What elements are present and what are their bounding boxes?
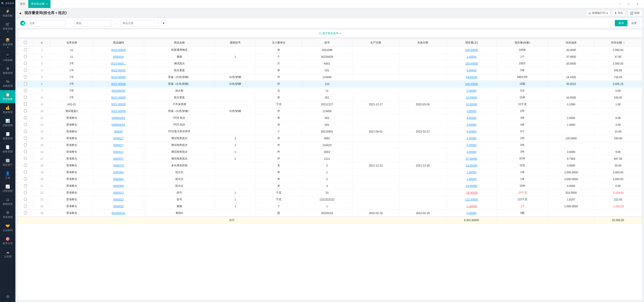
row-exp-date — [399, 81, 446, 87]
expand-button[interactable]: ☑ 展开更多条件 ▾ — [18, 31, 642, 36]
sidebar-item-retail[interactable]: 🛒 零售管理 ▾ — [0, 20, 16, 36]
sidebar-label: 小程电商 — [3, 58, 13, 62]
row-warehouse: 晋省粮仓 — [50, 210, 93, 217]
sidebar-search[interactable]: 🔍 搜索菜单 — [0, 0, 16, 7]
settings-button[interactable]: 设置 — [629, 20, 639, 26]
warehouse-input[interactable] — [27, 20, 65, 26]
table-row: 21 晋省粮仓 0000084 批次次 米 3 10.00000 10米 0.0… — [18, 183, 642, 189]
sidebar-item-micro-ecom[interactable]: 📱 小程电商 — [0, 51, 16, 64]
select-all-checkbox[interactable] — [24, 41, 27, 44]
sidebar-label: 总账管理 — [3, 124, 13, 127]
row-checkbox[interactable] — [18, 169, 34, 176]
maximize-button[interactable]: □ — [624, 1, 633, 8]
row-code: 000097 — [93, 128, 144, 135]
amount-info-icon: ① — [623, 42, 625, 44]
row-checkbox[interactable] — [18, 47, 34, 54]
row-qty-pack: 4箱9.6件 — [497, 74, 548, 81]
row-qty-pack: 4米 — [497, 115, 548, 121]
table-row: 9 A01-01 0023-00005 子件保质期 千克 20211217 20… — [18, 101, 642, 108]
sidebar-item-inventory[interactable]: 📋 库存核账 — [0, 90, 16, 103]
row-checkbox[interactable] — [18, 189, 34, 196]
row-warehouse: 1号 — [50, 74, 93, 81]
row-checkbox[interactable] — [18, 121, 34, 128]
table-row: 24 晋省粮仓 0000029 旗旗 1 个 1 -1.00000 -1个 1,… — [18, 203, 642, 210]
row-checkbox[interactable] — [18, 156, 34, 162]
col-checkbox[interactable] — [18, 39, 34, 47]
back-button[interactable]: ◀ — [17, 11, 22, 16]
row-checkbox[interactable] — [18, 128, 34, 135]
close-button[interactable]: × — [633, 1, 642, 8]
sidebar-label: 资金管理 — [3, 111, 13, 114]
refresh-button[interactable]: 🔄 刷新 — [628, 10, 642, 16]
search-button[interactable]: 查询 — [615, 20, 628, 26]
row-checkbox[interactable] — [18, 115, 34, 121]
row-no: 10 — [34, 108, 50, 115]
row-checkbox[interactable] — [18, 176, 34, 183]
row-checkbox[interactable] — [18, 149, 34, 156]
row-unit: 斤 — [256, 60, 302, 67]
row-checkbox[interactable] — [18, 67, 34, 74]
category-input[interactable] — [120, 20, 158, 26]
row-checkbox[interactable] — [18, 60, 34, 67]
sidebar-item-nav[interactable]: ⚡ 快捷导航 — [0, 7, 16, 20]
row-checkbox[interactable] — [18, 210, 34, 217]
sidebar-item-hr[interactable]: 👤 工资 — [0, 169, 16, 182]
sidebar-item-ecom[interactable]: 🖥 电商管理 — [0, 64, 16, 77]
tab-inventory-batch[interactable]: 库存批次量 ✕ — [28, 0, 51, 8]
row-no: 21 — [34, 183, 50, 189]
sidebar-item-assets[interactable]: 💰 资金管理 — [0, 103, 16, 116]
minimize-button[interactable]: − — [615, 1, 624, 8]
sidebar-item-general[interactable]: 📊 总账管理 — [0, 116, 16, 130]
table-header-row: # 仓库名称 商品编码 商品名称 规格型号 主计量单位 批号 生产日期 失效日期… — [18, 39, 642, 47]
sidebar-item-tax[interactable]: 📑 税务管理 — [0, 143, 16, 156]
row-code: 0000012 — [93, 196, 144, 203]
tab-close-icon[interactable]: ✕ — [46, 3, 48, 5]
tab-home[interactable]: 首页 — [17, 0, 28, 8]
col-code: 商品编码 — [93, 39, 144, 47]
row-name: POS显示库存异常 — [144, 128, 215, 135]
row-unit: 个 — [256, 128, 302, 135]
row-cost: 20.0000 — [548, 47, 594, 54]
sidebar-settings[interactable]: ⚙ — [0, 292, 16, 302]
sidebar-item-wholesale[interactable]: 📦 批发管理 ▾ — [0, 36, 16, 51]
print-button[interactable]: 🖨 按模板打印 ▾ — [586, 10, 610, 16]
sidebar-item-base[interactable]: 🗂 基础信息 — [0, 195, 16, 208]
row-amount: 4.00 — [594, 121, 642, 128]
sidebar-item-fixed[interactable]: 🏢 固定资产 — [0, 156, 16, 169]
row-exp-date — [399, 196, 446, 203]
row-checkbox[interactable] — [18, 81, 34, 87]
product-input[interactable] — [74, 20, 112, 26]
sidebar-item-system[interactable]: ⚙ 系统管理 — [0, 208, 16, 221]
row-checkbox[interactable] — [18, 87, 34, 94]
row-checkbox[interactable] — [18, 101, 34, 108]
row-checkbox[interactable] — [18, 135, 34, 142]
row-checkbox[interactable] — [18, 142, 34, 149]
sidebar-item-biz[interactable]: 📈 经营管理 — [0, 182, 16, 195]
row-checkbox[interactable] — [18, 196, 34, 203]
row-checkbox[interactable] — [18, 54, 34, 60]
sidebar-item-newbie[interactable]: 🎯 新手引导 — [0, 234, 16, 248]
row-no: 6 — [34, 81, 50, 87]
row-checkbox[interactable] — [18, 94, 34, 101]
category-dropdown-icon[interactable]: ▾ — [161, 20, 166, 26]
sidebar-item-purchase[interactable]: 🛍 采购管理 — [0, 77, 16, 90]
sidebar-item-cloud[interactable]: ☁ 云应用 — [0, 248, 16, 261]
row-checkbox[interactable] — [18, 74, 34, 81]
table-row: 6 1号 0023-00008 雷诚（白色/奶糖） 白色/奶糖 件 123 10… — [18, 81, 642, 87]
sidebar-label: 云应用 — [4, 255, 12, 258]
row-qty-pack: 1米 — [497, 176, 548, 183]
sidebar-item-invoice[interactable]: 🧾 发票管理 — [0, 130, 16, 143]
row-cost — [548, 87, 594, 94]
row-qty-pack: 87件 — [497, 156, 548, 162]
filter-collapse-button[interactable]: ◀ — [20, 21, 25, 26]
row-no: 4 — [34, 67, 50, 74]
row-checkbox[interactable] — [18, 203, 34, 210]
tab-bar: 首页 库存批次量 ✕ − □ × — [16, 0, 644, 8]
row-qty-pack: 10米 — [497, 183, 548, 189]
sidebar-item-collab[interactable]: 🤝 企业协同 — [0, 221, 16, 234]
row-checkbox[interactable] — [18, 183, 34, 189]
row-checkbox[interactable] — [18, 162, 34, 169]
sidebar-label: 固定资产 — [3, 163, 13, 167]
row-checkbox[interactable] — [18, 108, 34, 115]
export-button[interactable]: ⬆ 导出 — [612, 10, 626, 16]
